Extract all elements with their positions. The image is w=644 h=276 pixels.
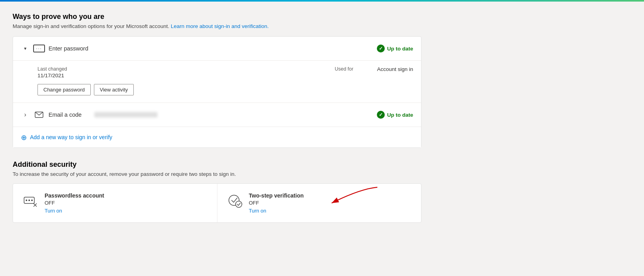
email-expand-btn[interactable] [21, 110, 30, 119]
email-status-badge: Up to date [377, 111, 413, 119]
two-step-card: Two-step verification OFF Turn on [217, 184, 421, 222]
svg-point-2 [26, 200, 27, 201]
email-redacted [94, 112, 157, 117]
security-cards-container: Passwordless account OFF Turn on Two-s [13, 183, 421, 223]
svg-point-8 [236, 201, 242, 207]
status-circle-icon [377, 45, 385, 52]
red-arrow-annotation [217, 184, 421, 222]
password-row-header[interactable]: ··· Enter password Up to date [13, 37, 421, 61]
password-label: Enter password [49, 45, 377, 52]
mail-svg-icon [35, 112, 43, 118]
change-password-button[interactable]: Change password [37, 84, 91, 95]
password-expand-btn[interactable] [21, 44, 30, 53]
view-activity-button[interactable]: View activity [94, 84, 134, 95]
passwordless-card: Passwordless account OFF Turn on [13, 184, 217, 222]
two-step-content: Two-step verification OFF Turn on [249, 192, 304, 214]
email-status-circle-icon [377, 111, 385, 119]
password-expanded-details: Last changed 11/17/2021 Used for Account… [13, 61, 421, 103]
chevron-right-icon [24, 111, 26, 118]
section-gap [13, 148, 421, 160]
last-changed-item: Last changed 11/17/2021 [37, 66, 67, 78]
passwordless-status: OFF [45, 200, 104, 206]
additional-security-section: Additional security To increase the secu… [13, 160, 421, 223]
add-new-link[interactable]: Add a new way to sign in or verify [30, 134, 112, 140]
email-row-header[interactable]: Email a code Up to date [13, 103, 421, 127]
learn-more-link[interactable]: Learn more about sign-in and verificatio… [171, 23, 269, 29]
additional-security-title: Additional security [13, 160, 421, 169]
add-new-row[interactable]: Add a new way to sign in or verify [13, 127, 421, 147]
used-for-item: Used for Account sign in [335, 66, 413, 72]
passwordless-title: Passwordless account [45, 192, 104, 199]
ways-section-header: Ways to prove who you are Manage sign-in… [13, 13, 421, 29]
svg-point-3 [28, 200, 30, 201]
sign-in-methods-card: ··· Enter password Up to date Last chang… [13, 36, 421, 148]
two-step-turn-on-link[interactable]: Turn on [249, 208, 304, 214]
password-status-badge: Up to date [377, 45, 413, 52]
additional-security-subtitle: To increase the security of your account… [13, 171, 421, 177]
passwordless-icon [22, 192, 38, 208]
two-step-title: Two-step verification [249, 192, 304, 199]
passwordless-content: Passwordless account OFF Turn on [45, 192, 104, 214]
chevron-down-icon [24, 46, 26, 51]
two-step-status: OFF [249, 200, 304, 206]
password-actions: Change password View activity [37, 84, 413, 95]
password-detail-row: Last changed 11/17/2021 Used for Account… [37, 66, 413, 78]
ways-title: Ways to prove who you are [13, 13, 421, 21]
password-icon: ··· [34, 43, 45, 54]
ways-subtitle: Manage sign-in and verification options … [13, 23, 421, 29]
two-step-icon [227, 192, 243, 208]
passwordless-turn-on-link[interactable]: Turn on [45, 208, 104, 214]
email-label: Email a code [49, 112, 377, 118]
email-icon [34, 109, 45, 120]
add-circle-icon [21, 133, 27, 141]
svg-point-4 [31, 200, 33, 201]
